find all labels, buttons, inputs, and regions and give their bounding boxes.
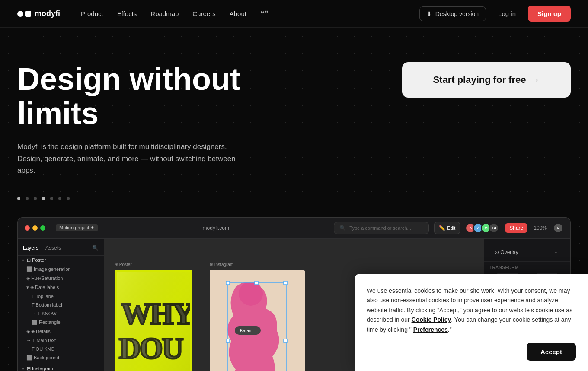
layer-label: T Top label	[32, 294, 54, 299]
layer-label: ⬜ Rectangle	[32, 320, 61, 325]
minimize-button-dot[interactable]	[32, 225, 38, 231]
hero-content: Design without limits Modyfi is the desi…	[17, 62, 571, 176]
layer-instagram[interactable]: ▾ ⊞ Instagram	[18, 364, 104, 371]
nav-roadmap[interactable]: Roadmap	[150, 10, 179, 17]
nav-right: ⬇ Desktop version Log in Sign up	[419, 6, 571, 22]
dot-3[interactable]	[34, 197, 37, 200]
layer-poster[interactable]: ▾ ⊞ Poster	[18, 256, 104, 265]
download-icon: ⬇	[427, 10, 432, 17]
canvas-search-bar[interactable]: 🔍 Type a command or search...	[334, 222, 429, 234]
accept-cookies-button[interactable]: Accept	[527, 343, 576, 361]
layer-label: ▾ ◈ Date labels	[26, 285, 59, 290]
svg-rect-10	[226, 281, 230, 285]
nav-effects[interactable]: Effects	[117, 10, 137, 17]
login-button[interactable]: Log in	[493, 6, 521, 21]
edit-mode-button[interactable]: ✏️ Edit	[434, 222, 460, 234]
poster-artwork: WHY DOU GHT	[117, 272, 190, 371]
svg-rect-14	[255, 281, 258, 285]
search-placeholder: Type a command or search...	[349, 225, 411, 231]
poster-frame-label: ⊞ Poster	[115, 262, 132, 267]
layer-image-gen[interactable]: ⬜ Image generation	[18, 265, 104, 274]
instagram-frame: Karam	[210, 270, 305, 371]
svg-point-8	[239, 282, 263, 306]
svg-rect-1	[25, 11, 31, 17]
poster-frame: WHY DOU GHT	[115, 270, 192, 371]
logo[interactable]: modyfi	[17, 9, 60, 19]
svg-rect-16	[226, 339, 230, 342]
share-button[interactable]: Share	[505, 223, 527, 233]
close-button-dot[interactable]	[25, 225, 30, 231]
extra-users-badge: +3	[489, 223, 499, 233]
layer-know[interactable]: → T KNOW	[18, 309, 104, 318]
user-avatar[interactable]: U	[553, 223, 563, 233]
logo-text: modyfi	[35, 9, 60, 18]
layer-when-y[interactable]: T OU KNO	[18, 345, 104, 353]
layer-background[interactable]: ⬜ Background	[18, 353, 104, 362]
svg-rect-6	[117, 272, 190, 371]
panel-section-title: ⊙ Overlay	[495, 249, 518, 255]
signup-button[interactable]: Sign up	[528, 6, 571, 22]
app-topbar: Motion project ✦ modyfi.com 🔍 Type a com…	[18, 218, 570, 239]
dot-2[interactable]	[26, 197, 29, 200]
dot-5[interactable]	[50, 197, 53, 200]
desktop-btn-label: Desktop version	[435, 10, 479, 17]
transform-label: Transform	[489, 265, 565, 270]
instagram-frame-wrapper: ⊞ Instagram	[210, 270, 305, 371]
assets-tab[interactable]: Assets	[45, 245, 61, 251]
expand-icon: ▾	[22, 258, 24, 263]
nav-links: Product Effects Roadmap Careers About ❝❞	[81, 9, 419, 19]
layer-bottom-label[interactable]: T Bottom label	[18, 301, 104, 309]
maximize-button-dot[interactable]	[40, 225, 45, 231]
layers-sidebar: Layers Assets 🔍 ▾ ⊞ Poster ⬜ Image gener…	[18, 239, 104, 371]
layer-label: T OU KNO	[32, 346, 54, 352]
layer-label: → T Main text	[26, 338, 56, 343]
sidebar-search-icon[interactable]: 🔍	[92, 245, 99, 251]
poster-canvas: WHY DOU GHT	[115, 270, 192, 371]
cookie-text: We use essential cookies to make our sit…	[367, 286, 576, 334]
cookie-actions: Accept	[367, 343, 576, 361]
instagram-artwork: Karam	[210, 270, 305, 371]
instagram-canvas: Karam	[210, 270, 305, 371]
layer-details[interactable]: ◈ ◈ Details	[18, 327, 104, 336]
edit-icon: ✏️	[439, 225, 445, 231]
sidebar-tab-bar: Layers Assets 🔍	[18, 242, 104, 256]
layer-label: T Bottom label	[32, 302, 62, 308]
layer-date-labels[interactable]: ▾ ◈ Date labels	[18, 283, 104, 292]
layer-rectangle[interactable]: ⬜ Rectangle	[18, 318, 104, 327]
project-name[interactable]: Motion project ✦	[56, 224, 98, 231]
panel-header: ⊙ Overlay ···	[484, 242, 570, 262]
layer-label: ⬜ Image generation	[26, 266, 71, 272]
layer-label: ⊞ Instagram	[27, 366, 53, 371]
layer-label: ◈ ◈ Details	[26, 329, 51, 334]
dot-1[interactable]	[17, 197, 20, 200]
traffic-lights	[25, 225, 45, 231]
dot-7[interactable]	[67, 197, 70, 200]
hero-description: Modyfi is the design platform built for …	[17, 141, 242, 176]
search-icon: 🔍	[339, 225, 346, 231]
layer-hue-sat-1[interactable]: ◈ Hue/Saturation	[18, 274, 104, 283]
cookie-banner: We use essential cookies to make our sit…	[355, 274, 588, 371]
dot-6[interactable]	[58, 197, 61, 200]
nav-careers[interactable]: Careers	[192, 10, 215, 17]
layer-label: → T KNOW	[32, 311, 57, 316]
quotes-icon[interactable]: ❝❞	[260, 9, 269, 19]
cookie-policy-link[interactable]: Cookie Policy	[412, 316, 451, 323]
dot-4[interactable]	[42, 197, 45, 200]
layer-label: ⬜ Background	[26, 355, 59, 361]
svg-text:Karam: Karam	[240, 328, 252, 333]
desktop-version-button[interactable]: ⬇ Desktop version	[419, 6, 486, 21]
nav-about[interactable]: About	[230, 10, 246, 17]
nav-product[interactable]: Product	[81, 10, 103, 17]
panel-more-icon[interactable]: ···	[554, 248, 560, 256]
layers-tab[interactable]: Layers	[23, 245, 38, 251]
preferences-link[interactable]: Preferences	[413, 326, 448, 333]
instagram-frame-label: ⊞ Instagram	[210, 262, 233, 267]
poster-frame-wrapper: ⊞ Poster WHY DOU GHT	[115, 270, 192, 371]
hero-title: Design without limits	[17, 62, 320, 130]
layer-top-label[interactable]: T Top label	[18, 292, 104, 301]
zoom-level[interactable]: 100%	[534, 225, 547, 231]
layer-main-text[interactable]: → T Main text	[18, 336, 104, 345]
svg-rect-17	[284, 339, 287, 342]
layer-label: ⊞ Poster	[27, 257, 46, 263]
svg-rect-11	[284, 281, 287, 285]
